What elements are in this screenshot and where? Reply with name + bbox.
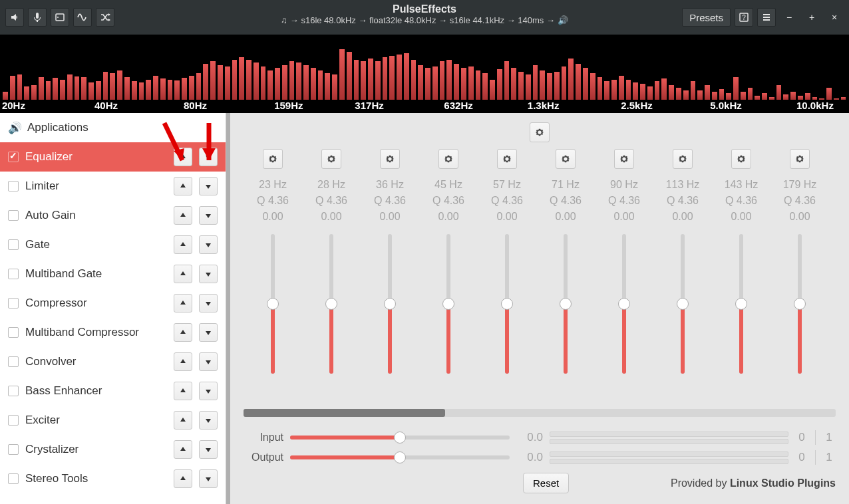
move-up-button[interactable] — [174, 177, 192, 195]
effects-sidebar[interactable]: 🔊 Applications Equalizer Limiter Auto Ga… — [0, 113, 226, 504]
minimize-button[interactable]: − — [780, 8, 798, 27]
effect-label: Multiband Gate — [25, 267, 167, 281]
sidebar-item-exciter[interactable]: Exciter — [0, 406, 226, 435]
effect-label: Equalizer — [25, 150, 167, 164]
band-q: Q 4.36 — [374, 193, 406, 209]
maximize-button[interactable]: + — [802, 8, 821, 27]
sidebar-item-multiband-compressor[interactable]: Multiband Compressor — [0, 318, 226, 347]
band-slider[interactable] — [739, 234, 743, 374]
effect-checkbox[interactable] — [8, 269, 19, 279]
input-meters — [550, 432, 788, 444]
move-down-button[interactable] — [199, 469, 218, 488]
move-down-button[interactable] — [199, 411, 218, 430]
move-down-button[interactable] — [199, 382, 218, 400]
eq-settings-button[interactable] — [530, 122, 550, 142]
band-settings-button[interactable] — [614, 149, 634, 169]
move-up-button[interactable] — [174, 469, 192, 488]
move-up-button[interactable] — [174, 265, 192, 283]
move-up-button[interactable] — [174, 411, 192, 430]
bands-scrollbar[interactable] — [244, 409, 836, 417]
eq-band-8: 143 Hz Q 4.36 0.00 — [712, 149, 770, 405]
effect-checkbox[interactable] — [8, 356, 19, 367]
move-up-button[interactable] — [174, 323, 192, 342]
effect-checkbox[interactable] — [8, 298, 19, 309]
band-q: Q 4.36 — [725, 193, 759, 209]
band-slider[interactable] — [681, 234, 685, 374]
move-up-button[interactable] — [174, 206, 192, 225]
move-down-button[interactable] — [199, 352, 218, 371]
band-settings-button[interactable] — [731, 149, 751, 169]
shuffle-icon[interactable] — [96, 8, 114, 27]
band-freq: 45 Hz — [432, 177, 464, 193]
band-settings-button[interactable] — [380, 149, 400, 169]
band-slider[interactable] — [446, 234, 450, 374]
move-up-button[interactable] — [174, 235, 192, 254]
sidebar-item-auto-gain[interactable]: Auto Gain — [0, 201, 226, 230]
effect-checkbox[interactable] — [8, 444, 19, 455]
effect-checkbox[interactable] — [8, 386, 19, 396]
wave-icon[interactable] — [73, 8, 92, 27]
help-icon[interactable]: ? — [735, 8, 753, 27]
move-down-button[interactable] — [199, 177, 218, 195]
effect-checkbox[interactable] — [8, 210, 19, 221]
effect-checkbox[interactable] — [8, 181, 19, 191]
band-freq: 113 Hz — [666, 177, 700, 193]
move-down-button[interactable] — [199, 294, 218, 313]
effect-checkbox[interactable] — [8, 415, 19, 426]
move-up-button[interactable] — [174, 352, 192, 371]
sidebar-item-convolver[interactable]: Convolver — [0, 347, 226, 376]
move-up-button[interactable] — [174, 440, 192, 459]
band-settings-button[interactable] — [321, 149, 341, 169]
sidebar-item-equalizer[interactable]: Equalizer — [0, 142, 226, 172]
band-slider[interactable] — [798, 234, 802, 374]
svg-point-1 — [57, 17, 59, 18]
output-speaker-icon[interactable] — [5, 8, 24, 27]
band-slider[interactable] — [564, 234, 568, 374]
reset-button[interactable]: Reset — [523, 473, 569, 493]
band-slider[interactable] — [388, 234, 392, 374]
effect-checkbox[interactable] — [8, 239, 19, 250]
band-freq: 57 Hz — [491, 177, 523, 193]
hamburger-icon[interactable] — [757, 8, 776, 27]
presets-button[interactable]: Presets — [682, 8, 731, 27]
move-up-button[interactable] — [174, 294, 192, 313]
band-gain: 0.00 — [374, 209, 406, 225]
applications-header[interactable]: 🔊 Applications — [0, 113, 226, 142]
move-down-button[interactable] — [199, 206, 218, 225]
eq-band-2: 36 Hz Q 4.36 0.00 — [361, 149, 419, 405]
sidebar-item-stereo-tools[interactable]: Stereo Tools — [0, 464, 226, 493]
sidebar-item-limiter[interactable]: Limiter — [0, 172, 226, 201]
effect-label: Auto Gain — [25, 209, 167, 222]
move-down-button[interactable] — [199, 440, 218, 459]
output-slider[interactable] — [290, 455, 510, 459]
mic-icon[interactable] — [28, 8, 47, 27]
move-up-button[interactable] — [174, 382, 192, 400]
band-settings-button[interactable] — [673, 149, 693, 169]
band-settings-button[interactable] — [263, 149, 283, 169]
server-icon[interactable] — [51, 8, 69, 27]
band-slider[interactable] — [505, 234, 509, 374]
sidebar-item-crystalizer[interactable]: Crystalizer — [0, 435, 226, 464]
band-settings-button[interactable] — [556, 149, 576, 169]
sidebar-item-bass-enhancer[interactable]: Bass Enhancer — [0, 376, 226, 406]
band-slider[interactable] — [622, 234, 626, 374]
effect-checkbox[interactable] — [8, 473, 19, 484]
input-slider[interactable] — [290, 436, 510, 440]
sidebar-item-multiband-gate[interactable]: Multiband Gate — [0, 259, 226, 289]
move-down-button[interactable] — [199, 323, 218, 342]
sidebar-item-gate[interactable]: Gate — [0, 230, 226, 259]
effect-checkbox[interactable] — [8, 327, 19, 338]
band-q: Q 4.36 — [315, 193, 347, 209]
sidebar-item-compressor[interactable]: Compressor — [0, 289, 226, 318]
band-settings-button[interactable] — [497, 149, 517, 169]
close-button[interactable]: × — [825, 8, 844, 27]
band-gain: 0.00 — [666, 209, 700, 225]
move-down-button[interactable] — [199, 265, 218, 283]
eq-band-9: 179 Hz Q 4.36 0.00 — [770, 149, 829, 405]
band-slider[interactable] — [329, 234, 333, 374]
band-settings-button[interactable] — [790, 149, 810, 169]
band-slider[interactable] — [271, 234, 275, 374]
band-settings-button[interactable] — [438, 149, 458, 169]
move-down-button[interactable] — [199, 235, 218, 254]
effect-checkbox[interactable] — [8, 152, 19, 162]
